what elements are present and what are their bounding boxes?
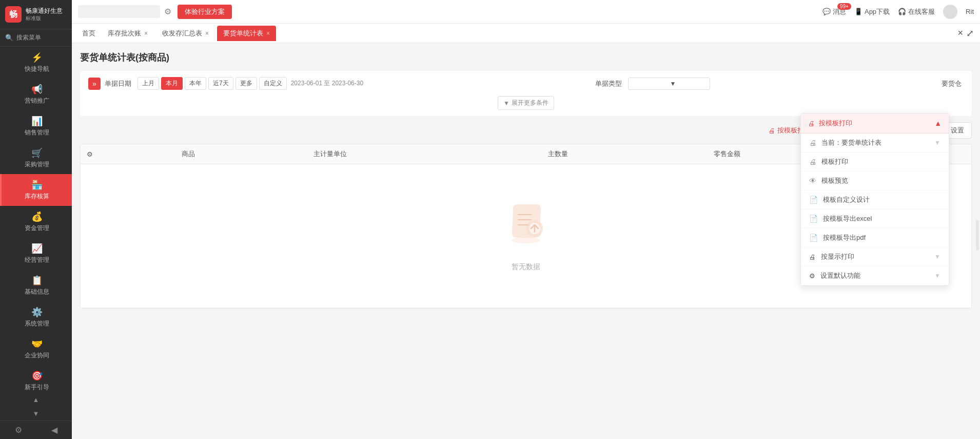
date-btn-current-year[interactable]: 本年 [185, 77, 206, 90]
sidebar-item-qiye[interactable]: 🤝 企业协同 [0, 333, 72, 365]
order-type-label: 单据类型 [595, 79, 622, 88]
print-dropdown: 🖨 按模板打印 ▲ 🖨 当前：要货单统计表 ▼ 🖨 模板打印 👁 模板预览 📄 [800, 113, 949, 286]
empty-text: 暂无数据 [512, 262, 540, 272]
template-pdf-item[interactable]: 📄 按模板导出pdf [801, 228, 949, 247]
online-service-label: 在线客服 [908, 7, 935, 16]
page-content: 要货单统计表(按商品) » 单据日期 上月 本月 本年 近7天 更多 自定义 2… [72, 43, 980, 439]
expand-arrows-icon: » [92, 80, 96, 88]
sidebar-item-label: 采购管理 [25, 160, 49, 169]
tab-kucun-pizhi-close[interactable]: × [144, 30, 148, 37]
template-preview-label: 模板预览 [821, 176, 848, 185]
online-service-button[interactable]: 🎧 在线客服 [898, 7, 935, 16]
sidebar-search-label: 搜索菜单 [16, 33, 41, 42]
main-area: ⚙ 体验行业方案 💬 消息 99+ 📱 App下载 🎧 在线客服 Rit 首页 [72, 0, 980, 439]
display-print-arrow: ▼ [934, 253, 940, 260]
order-type-select[interactable]: ▼ [628, 78, 710, 90]
messages-button[interactable]: 💬 消息 99+ [822, 7, 846, 16]
template-custom-item[interactable]: 📄 模板自定义设计 [801, 190, 949, 209]
display-print-item[interactable]: 🖨 按显示打印 ▼ [801, 247, 949, 266]
search-icon: 🔍 [5, 34, 13, 42]
date-btn-up-month[interactable]: 上月 [138, 77, 159, 90]
sidebar-item-xitong[interactable]: ⚙️ 系统管理 [0, 301, 72, 333]
date-btn-current-month[interactable]: 本月 [161, 77, 183, 90]
template-print-item[interactable]: 🖨 模板打印 [801, 152, 949, 171]
yingxiao-icon: 📢 [31, 84, 43, 95]
sidebar-item-jingying[interactable]: 📈 经营管理 [0, 238, 72, 270]
tab-yaohuo-label: 要货单统计表 [223, 29, 263, 38]
sidebar-search[interactable]: 🔍 搜索菜单 [0, 29, 72, 47]
sidebar-item-label: 销售管理 [25, 128, 49, 137]
messages-badge: 99+ [837, 3, 851, 10]
expand-down-icon: ▼ [503, 100, 509, 107]
col-product: 商品 [175, 144, 307, 164]
xinshou-icon: 🎯 [31, 370, 43, 381]
user-avatar[interactable] [943, 5, 957, 19]
topbar-right: 💬 消息 99+ 📱 App下载 🎧 在线客服 Rit [822, 5, 974, 19]
sidebar-item-label: 快捷导航 [25, 65, 49, 73]
username-label: Rit [966, 8, 974, 15]
settings-icon[interactable]: ⚙ [15, 425, 22, 435]
template-print-label: 模板打印 [821, 157, 848, 166]
template-preview-item[interactable]: 👁 模板预览 [801, 171, 949, 190]
xiaoshou-icon: 📊 [31, 116, 43, 127]
tab-yaohuo[interactable]: 要货单统计表 × [217, 26, 276, 41]
tabbar: 首页 库存批次账 × 收发存汇总表 × 要货单统计表 × × ⤢ [72, 24, 980, 43]
topbar-left: ⚙ 体验行业方案 [78, 5, 822, 19]
col-unit: 主计量单位 [307, 144, 542, 164]
tab-shoufacun[interactable]: 收发存汇总表 × [156, 26, 215, 41]
qiye-icon: 🤝 [31, 338, 43, 350]
print-dropdown-title: 🖨 按模板打印 [808, 119, 852, 128]
topbar-search-box[interactable] [78, 5, 160, 18]
sidebar-item-kuaijie[interactable]: ⚡ 快捷导航 [0, 47, 72, 79]
page-title: 要货单统计表(按商品) [80, 51, 972, 64]
sidebar-item-label: 资金管理 [25, 224, 49, 233]
sidebar-item-zijin[interactable]: 💰 资金管理 [0, 206, 72, 238]
filter-expand-button[interactable]: » [88, 78, 101, 90]
date-label: 单据日期 [105, 79, 131, 88]
sidebar-scroll-down[interactable]: ▼ [0, 407, 72, 421]
tab-close-all-icon[interactable]: × [957, 28, 963, 39]
current-template-item[interactable]: 🖨 当前：要货单统计表 ▼ [801, 133, 949, 152]
app-subtitle: 标准版 [26, 15, 63, 22]
sidebar-scroll-up[interactable]: ▲ [0, 393, 72, 407]
print-collapse-arrow[interactable]: ▲ [934, 119, 942, 127]
topbar-gear-icon[interactable]: ⚙ [164, 7, 171, 16]
template-excel-item[interactable]: 📄 按模板导出excel [801, 209, 949, 228]
set-default-label: 设置默认功能 [820, 271, 860, 280]
sidebar-item-yingxiao[interactable]: 📢 营销推广 [0, 79, 72, 110]
set-default-item[interactable]: ⚙ 设置默认功能 ▼ [801, 266, 949, 285]
sidebar-item-xiaoshou[interactable]: 📊 销售管理 [0, 110, 72, 142]
sidebar-item-caigou[interactable]: 🛒 采购管理 [0, 142, 72, 174]
app-download-label: App下载 [865, 7, 890, 16]
empty-icon [503, 200, 549, 256]
col-gear[interactable]: ⚙ [81, 144, 175, 164]
search-placeholder-text [83, 8, 126, 15]
template-custom-icon: 📄 [809, 196, 818, 204]
sidebar-item-jichu[interactable]: 📋 基础信息 [0, 270, 72, 301]
solution-button[interactable]: 体验行业方案 [178, 5, 232, 19]
app-download-button[interactable]: 📱 App下载 [854, 7, 890, 16]
current-template-label: 当前：要货单统计表 [821, 138, 881, 147]
display-print-label: 按显示打印 [821, 252, 854, 261]
tab-yaohuo-close[interactable]: × [266, 30, 270, 37]
scroll-indicator [976, 220, 979, 251]
print-icon: 🖨 [769, 127, 775, 135]
date-btn-more[interactable]: 更多 [236, 77, 257, 90]
tab-kucun-pizhi[interactable]: 库存批次账 × [102, 26, 154, 41]
tab-expand-icon[interactable]: ⤢ [966, 28, 974, 39]
sidebar-item-kucun[interactable]: 🏪 库存核算 [0, 174, 72, 206]
app-icon: 📱 [854, 8, 863, 15]
filter-bar: » 单据日期 上月 本月 本年 近7天 更多 自定义 2023-06-01 至 … [80, 71, 972, 116]
headset-icon: 🎧 [898, 8, 906, 15]
expand-conditions-button[interactable]: ▼ 展开更多条件 [498, 96, 554, 110]
tab-home[interactable]: 首页 [78, 26, 100, 41]
collapse-icon[interactable]: ◀ [51, 425, 57, 435]
date-btn-custom[interactable]: 自定义 [259, 77, 287, 90]
tab-shoufacun-close[interactable]: × [205, 30, 209, 37]
display-print-icon: 🖨 [809, 253, 816, 261]
date-btn-last7[interactable]: 近7天 [208, 77, 233, 90]
sidebar-item-xinshou[interactable]: 🎯 新手引导 [0, 365, 72, 393]
print-dropdown-header[interactable]: 🖨 按模板打印 ▲ [801, 113, 949, 133]
caigou-icon: 🛒 [31, 147, 43, 159]
set-default-icon: ⚙ [809, 272, 815, 280]
